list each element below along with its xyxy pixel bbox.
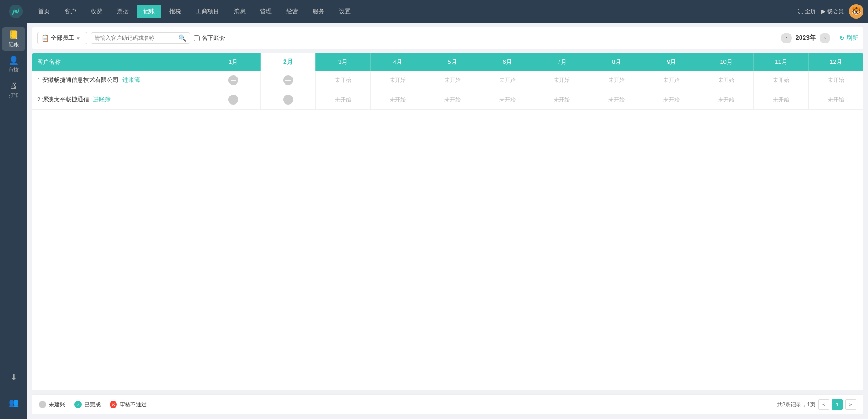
status-not-started: 未开始 (828, 77, 844, 83)
sidebar-item-download[interactable]: ⬇ (2, 366, 25, 389)
nav-accounting[interactable]: 记账 (137, 5, 161, 18)
search-input[interactable] (95, 35, 176, 41)
col-mar: 3月 (315, 53, 370, 71)
download-icon: ⬇ (10, 372, 17, 382)
nav-settings[interactable]: 设置 (333, 5, 357, 18)
status-not-started: 未开始 (608, 77, 625, 83)
nav-right: ⛶ 全屏 ▶ 畅会员 🐯 (798, 4, 863, 19)
next-page-button[interactable]: > (845, 399, 856, 410)
month-cell-11: 未开始 (754, 71, 809, 90)
month-cell-1: — (206, 90, 261, 110)
nav-service[interactable]: 服务 (306, 5, 331, 18)
table-row: 1安徽畅捷通信息技术有限公司进账簿——未开始未开始未开始未开始未开始未开始未开始… (32, 71, 863, 90)
sidebar-item-review[interactable]: 👤 审核 (2, 53, 25, 76)
col-nov: 11月 (754, 53, 809, 71)
table-header-row: 客户名称 1月 2月 3月 4月 5月 6月 7月 8月 9月 (32, 53, 863, 71)
feb-circle: 2月 (281, 55, 295, 69)
month-cell-4: 未开始 (370, 90, 425, 110)
employee-select[interactable]: 📋 全部员工 ▼ (37, 32, 87, 44)
sidebar-item-print[interactable]: 🖨 打印 (2, 78, 25, 101)
legend-rejected: ✕ 审核不通过 (110, 401, 147, 409)
enter-ledger-link[interactable]: 进账簿 (93, 96, 111, 103)
app-logo[interactable] (5, 4, 27, 19)
status-not-started: 未开始 (828, 96, 844, 103)
accounting-icon: 📒 (9, 30, 19, 40)
legend-completed: ✓ 已完成 (74, 401, 101, 409)
nav-customer[interactable]: 客户 (58, 5, 82, 18)
legend-grey-dot: — (39, 401, 46, 408)
col-aug: 8月 (589, 53, 644, 71)
status-not-started: 未开始 (444, 77, 461, 83)
status-not-started: 未开始 (608, 96, 625, 103)
status-dash: — (283, 75, 293, 85)
prev-page-button[interactable]: < (818, 399, 829, 410)
month-cell-12: 未开始 (808, 71, 863, 90)
member-button[interactable]: ▶ 畅会员 (821, 8, 844, 15)
status-not-started: 未开始 (444, 96, 461, 103)
my-accounts-check[interactable] (194, 35, 200, 41)
col-jun: 6月 (480, 53, 535, 71)
legend-teal-dot: ✓ (74, 401, 82, 408)
total-records: 共2条记录，1页 (777, 401, 815, 409)
my-accounts-checkbox[interactable]: 名下账套 (194, 34, 225, 42)
customer-name: 安徽畅捷通信息技术有限公司 (42, 77, 119, 83)
status-not-started: 未开始 (773, 77, 789, 83)
row-index: 2 (37, 96, 40, 103)
month-cell-12: 未开始 (808, 90, 863, 110)
refresh-button[interactable]: ↻ 刷新 (839, 34, 858, 42)
nav-home[interactable]: 首页 (32, 5, 56, 18)
search-wrap: 🔍 (91, 32, 190, 44)
review-icon: 👤 (9, 55, 19, 65)
month-cell-10: 未开始 (699, 71, 754, 90)
table-scroll-area[interactable]: 客户名称 1月 2月 3月 4月 5月 6月 7月 8月 9月 (32, 53, 863, 390)
top-navigation: 首页 客户 收费 票据 记账 报税 工商项目 消息 管理 经营 服务 设置 ⛶ … (0, 0, 868, 23)
month-cell-7: 未开始 (535, 90, 589, 110)
fullscreen-icon: ⛶ (798, 8, 803, 14)
play-icon: ▶ (821, 8, 825, 14)
legend-not-built: — 未建账 (39, 401, 65, 409)
month-cell-6: 未开始 (480, 90, 535, 110)
sidebar-item-accounting[interactable]: 📒 记账 (2, 27, 25, 51)
accounting-table: 客户名称 1月 2月 3月 4月 5月 6月 7月 8月 9月 (32, 53, 863, 390)
user-avatar[interactable]: 🐯 (849, 4, 863, 19)
filter-bar: 📋 全部员工 ▼ 🔍 名下账套 ‹ 2023年 › ↻ 刷新 (32, 27, 863, 49)
status-not-started: 未开始 (718, 77, 734, 83)
nav-message[interactable]: 消息 (227, 5, 252, 18)
customer-name: 漯澳太平畅捷通信 (42, 96, 89, 103)
enter-ledger-link[interactable]: 进账簿 (122, 77, 140, 83)
prev-year-button[interactable]: ‹ (781, 33, 792, 43)
employee-icon: 📋 (41, 34, 49, 42)
next-year-button[interactable]: › (820, 33, 830, 43)
legend-red-dot: ✕ (110, 401, 117, 408)
col-dec: 12月 (808, 53, 863, 71)
fullscreen-button[interactable]: ⛶ 全屏 (798, 8, 816, 15)
month-cell-8: 未开始 (589, 71, 644, 90)
status-not-started: 未开始 (390, 77, 406, 83)
year-display: 2023年 (796, 34, 816, 42)
month-cell-6: 未开始 (480, 71, 535, 90)
status-not-started: 未开始 (335, 77, 351, 83)
nav-operation[interactable]: 经营 (280, 5, 304, 18)
nav-invoice[interactable]: 票据 (111, 5, 135, 18)
nav-billing[interactable]: 收费 (84, 5, 109, 18)
nav-tax[interactable]: 报税 (163, 5, 188, 18)
month-cell-9: 未开始 (644, 71, 699, 90)
refresh-icon: ↻ (839, 35, 844, 42)
sidebar-bottom: ⬇ 👥 (2, 366, 25, 419)
month-cell-5: 未开始 (425, 90, 480, 110)
status-dash: — (228, 95, 238, 105)
col-customer: 客户名称 (32, 53, 206, 71)
customer-cell: 2漯澳太平畅捷通信进账簿 (32, 90, 206, 110)
nav-manage[interactable]: 管理 (254, 5, 278, 18)
status-not-started: 未开始 (335, 96, 351, 103)
sidebar-item-help[interactable]: 👥 (2, 391, 25, 414)
status-not-started: 未开始 (554, 96, 570, 103)
month-cell-7: 未开始 (535, 71, 589, 90)
month-cell-2: — (261, 90, 316, 110)
help-icon: 👥 (9, 398, 19, 408)
search-button[interactable]: 🔍 (178, 34, 186, 42)
current-page-button[interactable]: 1 (832, 399, 843, 410)
nav-business[interactable]: 工商项目 (189, 5, 226, 18)
svg-point-1 (14, 10, 17, 12)
month-cell-4: 未开始 (370, 71, 425, 90)
